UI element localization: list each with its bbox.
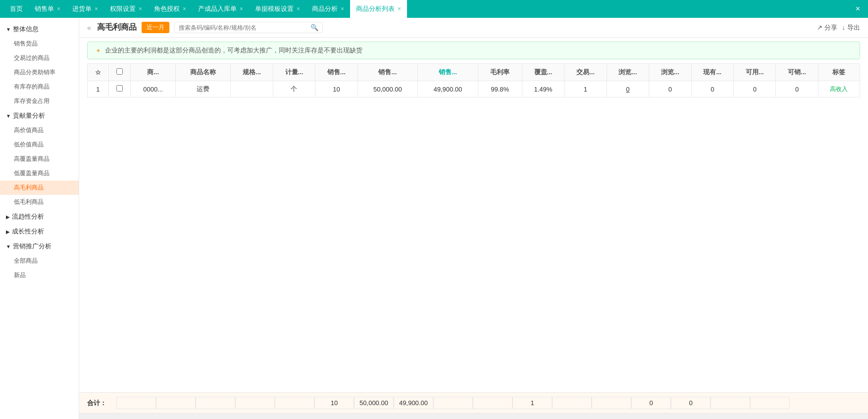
cell-sales-amount: 50,000.00: [357, 81, 417, 97]
arrow-growth: ▶: [6, 229, 10, 234]
table-header-row: ☆ 商... 商品名称 规格... 计量... 销售... 销售... 销售..…: [88, 64, 860, 81]
col-coverage[interactable]: 覆盖...: [522, 64, 564, 81]
close-permission-tab[interactable]: ×: [139, 5, 142, 12]
sidebar-item-all-goods[interactable]: 全部商品: [0, 254, 79, 268]
close-sales-tab[interactable]: ×: [57, 5, 60, 12]
sidebar-item-high-coverage[interactable]: 高覆盖量商品: [0, 152, 79, 166]
sidebar-item-low-margin[interactable]: 低毛利商品: [0, 195, 79, 209]
nav-sales[interactable]: 销售单 ×: [29, 0, 66, 18]
footer-cell-16: [750, 397, 790, 409]
info-banner: ✦ 企业的主要的利润都是这部分商品创造的，可考虑加大推广，同时关注库存是不要出现…: [87, 42, 860, 59]
horizontal-scrollbar[interactable]: [79, 413, 868, 419]
col-sales-qty-label: 销售...: [327, 68, 346, 76]
close-window-button[interactable]: ×: [852, 4, 864, 13]
close-template-tab[interactable]: ×: [297, 5, 300, 12]
col-transaction[interactable]: 交易...: [564, 64, 607, 81]
top-navigation: 首页 销售单 × 进货单 × 权限设置 × 角色授权 × 产成品入库单 × 单据…: [0, 0, 868, 18]
cell-name[interactable]: 运费: [175, 81, 230, 97]
col-star[interactable]: ☆: [88, 64, 109, 81]
sidebar-section-contribution[interactable]: ▼ 贡献量分析: [0, 108, 79, 123]
cell-code[interactable]: 0000...: [131, 81, 175, 97]
main-layout: ▼ 整体信息 销售货品 交易过的商品 商品分类助销率 有库存的商品 库存资金占用…: [0, 18, 868, 419]
cell-current-stock: 0: [691, 81, 733, 97]
data-table: ☆ 商... 商品名称 规格... 计量... 销售... 销售... 销售..…: [87, 63, 860, 97]
sidebar-item-high-margin[interactable]: 高毛利商品: [0, 181, 79, 195]
search-input[interactable]: [179, 24, 308, 31]
table-wrapper: ☆ 商... 商品名称 规格... 计量... 销售... 销售... 销售..…: [79, 63, 868, 392]
footer-cell-3: [235, 397, 275, 409]
cell-checkbox[interactable]: [108, 81, 131, 97]
sidebar-item-low-value[interactable]: 低价值商品: [0, 138, 79, 152]
export-button[interactable]: ↓ 导出: [842, 23, 861, 32]
nav-role[interactable]: 角色授权 ×: [148, 0, 192, 18]
sidebar-section-marketing[interactable]: ▼ 营销推广分析: [0, 239, 79, 254]
close-analysis-list-tab[interactable]: ×: [398, 5, 401, 12]
col-gross-margin-label: 毛利率: [490, 68, 510, 76]
sidebar-item-traded-goods[interactable]: 交易过的商品: [0, 51, 79, 65]
footer-cell-2: [196, 397, 235, 409]
col-tag[interactable]: 标签: [818, 64, 860, 81]
sidebar-section-trend-label: 流趋性分析: [12, 212, 44, 221]
footer-cells: 10 50,000.00 49,900.00 1 0 0: [116, 397, 860, 409]
col-sales-qty[interactable]: 销售...: [315, 64, 357, 81]
footer-cell-12: [592, 397, 631, 409]
col-browse2[interactable]: 浏览...: [649, 64, 691, 81]
col-code[interactable]: 商...: [131, 64, 175, 81]
sidebar-item-stock-capital[interactable]: 库存资金占用: [0, 94, 79, 108]
collapse-sidebar-button[interactable]: «: [87, 24, 91, 32]
sidebar: ▼ 整体信息 销售货品 交易过的商品 商品分类助销率 有库存的商品 库存资金占用…: [0, 18, 79, 419]
sidebar-item-in-stock[interactable]: 有库存的商品: [0, 80, 79, 94]
sidebar-item-high-value[interactable]: 高价值商品: [0, 123, 79, 138]
cell-saleable: 0: [776, 81, 818, 97]
sidebar-section-growth[interactable]: ▶ 成长性分析: [0, 224, 79, 239]
row-checkbox[interactable]: [116, 85, 123, 92]
sidebar-item-category-rate[interactable]: 商品分类助销率: [0, 65, 79, 80]
nav-permission[interactable]: 权限设置 ×: [104, 0, 148, 18]
select-all-checkbox[interactable]: [116, 68, 123, 75]
col-available[interactable]: 可用...: [734, 64, 776, 81]
close-purchase-tab[interactable]: ×: [95, 5, 98, 12]
footer-cell-saleable: 0: [671, 397, 711, 409]
sidebar-item-sales-goods[interactable]: 销售货品: [0, 37, 79, 51]
sidebar-section-trend[interactable]: ▶ 流趋性分析: [0, 209, 79, 224]
nav-product-analysis[interactable]: 商品分析 ×: [306, 0, 350, 18]
col-browse1-label: 浏览...: [618, 68, 637, 76]
col-saleable-label: 可销...: [788, 68, 806, 76]
nav-template[interactable]: 单据模板设置 ×: [249, 0, 306, 18]
sidebar-item-low-coverage[interactable]: 低覆盖量商品: [0, 166, 79, 181]
search-icon[interactable]: 🔍: [310, 24, 318, 31]
nav-product-analysis-list[interactable]: 商品分析列表 ×: [350, 0, 407, 18]
footer-cell-0: [116, 397, 156, 409]
col-browse1[interactable]: 浏览...: [607, 64, 649, 81]
col-sales-profit-label: 销售...: [439, 68, 457, 76]
filter-recent-month-button[interactable]: 近一月: [142, 22, 169, 33]
col-name[interactable]: 商品名称: [175, 64, 230, 81]
col-gross-margin[interactable]: 毛利率: [478, 64, 522, 81]
close-role-tab[interactable]: ×: [183, 5, 186, 12]
close-product-inbound-tab[interactable]: ×: [240, 5, 243, 12]
col-checkbox[interactable]: [108, 64, 131, 81]
sidebar-item-new-goods[interactable]: 新品: [0, 268, 79, 282]
col-sales-amount[interactable]: 销售...: [357, 64, 417, 81]
col-coverage-label: 覆盖...: [534, 68, 553, 76]
cell-available: 0: [734, 81, 776, 97]
nav-home[interactable]: 首页: [4, 0, 29, 18]
share-button[interactable]: ↗ 分享: [817, 23, 837, 32]
search-box[interactable]: 🔍: [174, 22, 323, 33]
col-unit[interactable]: 计量...: [273, 64, 315, 81]
cell-browse1[interactable]: 0: [607, 81, 649, 97]
cell-unit: 个: [273, 81, 315, 97]
cell-browse2: 0: [649, 81, 691, 97]
col-spec[interactable]: 规格...: [231, 64, 273, 81]
col-current-stock-label: 现有...: [703, 68, 721, 76]
col-current-stock[interactable]: 现有...: [691, 64, 733, 81]
footer-cell-9: [473, 397, 512, 409]
arrow-overall: ▼: [6, 27, 11, 32]
col-sales-profit[interactable]: 销售...: [418, 64, 478, 81]
col-saleable[interactable]: 可销...: [776, 64, 818, 81]
close-analysis-tab[interactable]: ×: [341, 5, 344, 12]
nav-purchase[interactable]: 进货单 ×: [66, 0, 104, 18]
nav-product-inbound[interactable]: 产成品入库单 ×: [192, 0, 249, 18]
export-label: 导出: [847, 23, 860, 32]
sidebar-section-overall[interactable]: ▼ 整体信息: [0, 22, 79, 37]
